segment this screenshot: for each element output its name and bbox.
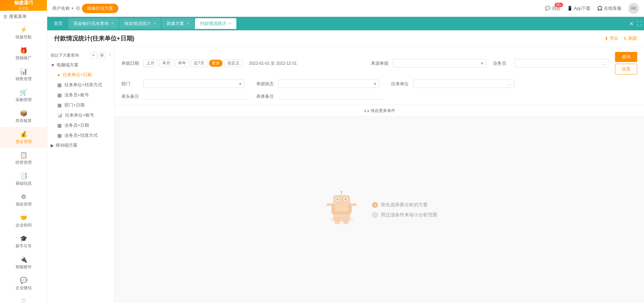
wechat-icon: 💬 [20,277,27,284]
sidebar-item-guide[interactable]: 🎓 新手引导 [0,232,47,252]
scheme-pc-category[interactable]: ▼ 电脑端方案 [47,60,114,70]
tab-bank-close[interactable]: × [111,21,114,26]
scheme-item-salesman-date[interactable]: ▦ 业务员+日期 [47,120,114,130]
svg-point-7 [345,198,347,200]
scheme-item-salesman-account[interactable]: ▦ 业务员+账号 [47,90,114,100]
filter-dept-group: 部门 ▾ [121,80,250,88]
online-service-icon: 🎧 [597,6,603,11]
settings-button[interactable]: 设置 [615,64,637,74]
tab-bank-label: 现金银行流水查询 [74,21,109,27]
salesman-more-icon[interactable]: ... [602,61,605,66]
tab-payment-stats-close[interactable]: × [229,21,231,26]
refresh-button[interactable]: ↻ 刷新 [623,35,637,41]
scheme-item-counterpart-date-label: 往来单位+日期 [63,72,92,78]
sidebar-item-inventory[interactable]: 📦 库存核算 [0,106,47,127]
tab-bank[interactable]: 现金银行流水查询 × [68,18,119,29]
online-service-label: 在线客服 [604,5,621,11]
sidebar-item-sales[interactable]: 📊 销售管理 [0,64,47,85]
header-app-download[interactable]: 📱 App下载 [567,5,590,11]
filter-salesman-group: 业务员 ... [493,59,608,67]
salesman-label: 业务员 [493,60,511,66]
export-button[interactable]: ⬆ 导出 [605,35,618,41]
header-settings-icon[interactable]: ⚙ [76,5,80,11]
sidebar-item-system[interactable]: ⚙ 系统管理 [0,190,47,211]
sidebar-item-hardware[interactable]: 🔌 智能硬件 [0,252,47,273]
salesman-select[interactable]: ... [515,59,608,67]
counterpart-select[interactable]: ... [413,80,514,88]
scheme-item-icon-3: ▦ [57,102,62,108]
scheme-mobile-category[interactable]: ▶ 移动端方案 [47,141,114,150]
sidebar-item-quick-nav[interactable]: ⚡ 快捷导航 [0,23,47,43]
sidebar-item-wechat[interactable]: 💬 企业微信 [0,273,47,294]
filter-header-note-group: 表头备注 [121,93,250,100]
app-download-label: App下载 [574,5,590,11]
scheme-item-counterpart-settle-label: 往来单位+结算方式 [64,82,102,88]
tab-receivable-close[interactable]: × [153,21,156,26]
bill-status-select[interactable]: ▾ [278,80,379,88]
counterpart-more-icon[interactable]: ... [507,81,511,86]
date-this-year[interactable]: 本年 [175,59,189,67]
purchase-icon: 🛒 [20,89,27,96]
scheme-item-icon-4: 📊 [57,113,62,118]
scheme-item-dept-date[interactable]: ▦ 部门+日期 [47,100,114,110]
quick-nav-icon: ⚡ [20,26,27,33]
top-header: 用户名称 ▾ ⚙ 体验行业方案 💬 消息 99+ 📱 App下载 🎧 在线客服 … [47,0,644,17]
tab-receivable[interactable]: 收款情况统计 × [119,18,161,29]
sidebar-item-enterprise[interactable]: 🤝 企业协同 [0,211,47,232]
date-this-month[interactable]: 本月 [159,59,173,67]
dept-select[interactable]: ▾ [143,80,244,88]
tab-home[interactable]: 首页 [49,18,68,29]
scheme-pc-label: 电脑端方案 [57,62,79,68]
tab-new-scheme-close[interactable]: × [187,21,189,26]
trial-button[interactable]: 体验行业方案 [82,4,118,13]
basic-icon: 📑 [20,172,27,180]
date-more[interactable]: 更多 [209,60,223,67]
sidebar-item-basic[interactable]: 📑 基础信息 [0,169,47,190]
tip-num-2: 2 [372,212,378,218]
svg-point-9 [341,191,343,193]
scheme-item-counterpart-date[interactable]: ● 往来单位+日期 [47,70,114,80]
source-select[interactable]: ▾ [393,59,486,67]
body-note-input[interactable] [278,94,384,99]
sidebar-item-marketing[interactable]: 🎁 营销推广 [0,43,47,64]
scheme-collapse-button[interactable]: 《 [107,52,111,59]
scheme-settings-button[interactable]: ⚙ [98,52,105,59]
header-dropdown-icon[interactable]: ▾ [71,6,74,11]
tab-bar: 首页 现金银行流水查询 × 收款情况统计 × 新建方案 × 付款情况统计 × ✕… [47,17,644,30]
scheme-item-salesman-settle[interactable]: ▦ 业务员+结算方式 [47,130,114,141]
enterprise-icon: 🤝 [20,214,27,221]
tip-num-1: 1 [372,202,378,208]
date-last-7[interactable]: 近7天 [191,59,207,67]
sidebar-search[interactable]: ☰ 搜索菜单 [0,11,47,23]
header-online-service[interactable]: 🎧 在线客服 [597,5,621,11]
tab-close-all-icon[interactable]: ✕ [629,21,634,27]
empty-state-content: 1 请先选择要分析的方案 2 用过滤条件来缩小分析范围 [321,189,437,231]
page-title-actions: ⬆ 导出 ↻ 刷新 [605,35,637,41]
sidebar-item-finance[interactable]: 💰 资金管理 [0,127,47,148]
header-note-input[interactable] [143,94,250,99]
tab-expand-icon[interactable]: ⛶ [637,21,642,27]
page-content: 付款情况统计(往来单位+日期) ⬆ 导出 ↻ 刷新 [47,30,644,303]
tab-new-scheme[interactable]: 新建方案 × [162,18,194,29]
scheme-add-button[interactable]: + [90,52,97,59]
tip-text-2: 用过滤条件来缩小分析范围 [381,212,437,218]
tab-receivable-label: 收款情况统计 [124,21,151,27]
collapse-conditions-button[interactable]: ∧∧ 收起更多条件 [364,108,395,114]
sidebar-item-purchase[interactable]: 🛒 采购管理 [0,85,47,106]
header-notification[interactable]: 💬 消息 99+ [545,5,560,11]
header-note-label: 表头备注 [121,93,140,99]
scheme-panel-title: 按以下方案查询 [51,53,79,58]
query-button[interactable]: 查询 [615,52,637,62]
scheme-item-counterpart-account[interactable]: 📊 往来单位+账号 [47,110,114,120]
svg-point-6 [336,198,339,200]
scheme-item-counterpart-settle[interactable]: ▦ 往来单位+结算方式 [47,80,114,90]
filter-body-note-group: 表体备注 [256,93,384,100]
scheme-item-active-icon: ● [57,72,60,78]
header-avatar[interactable]: Rit [628,3,639,14]
sidebar-item-operations[interactable]: 📋 经营管理 [0,148,47,169]
tab-payment-stats[interactable]: 付款情况统计 × [195,18,236,29]
date-custom[interactable]: 自定义 [224,59,242,67]
tab-new-scheme-label: 新建方案 [167,21,184,27]
date-prev-month[interactable]: 上月 [143,59,157,67]
sidebar-item-member[interactable]: ♡ 畅会员 [0,294,47,303]
